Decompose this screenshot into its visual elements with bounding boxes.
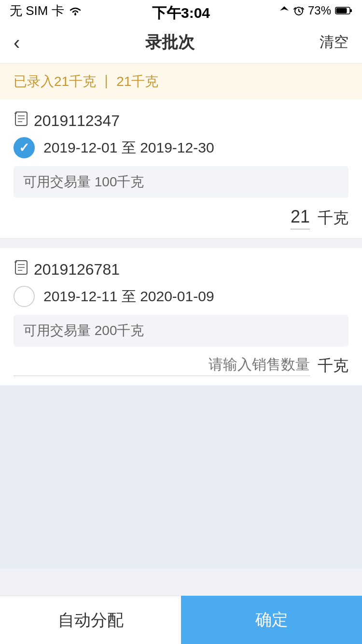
nav-bar: ‹ 录批次 清空 <box>0 21 362 64</box>
wifi-icon <box>68 5 83 16</box>
quantity-row-1: 21 千克 <box>0 198 362 238</box>
batch-id-2: 2019126781 <box>34 261 120 279</box>
svg-point-0 <box>74 14 76 15</box>
batch-date-2: 2019-12-11 至 2020-01-09 <box>43 287 214 307</box>
batch-avail-1: 可用交易量 100千克 <box>14 166 348 198</box>
batch-separator <box>0 238 362 248</box>
input-row-2: 千克 <box>0 347 362 385</box>
bottom-bar: 自动分配 确定 <box>0 596 362 644</box>
batch-item-1: 2019112347 2019-12-01 至 2019-12-30 可用交易量… <box>0 99 362 238</box>
radio-1[interactable] <box>14 137 35 158</box>
status-bar: 无 SIM 卡 下午3:04 73% <box>0 0 362 21</box>
battery-text: 73% <box>308 4 331 17</box>
batch-id-1: 2019112347 <box>34 112 120 130</box>
batch-date-row-1[interactable]: 2019-12-01 至 2019-12-30 <box>14 137 348 158</box>
location-icon <box>279 5 290 16</box>
status-right: 73% <box>279 4 352 17</box>
batch-id-row-2: 2019126781 <box>14 260 348 279</box>
batch-item-2: 2019126781 2019-12-11 至 2020-01-09 可用交易量… <box>0 248 362 385</box>
quantity-unit-1: 千克 <box>318 208 348 229</box>
batch-avail-2: 可用交易量 200千克 <box>14 315 348 347</box>
status-left: 无 SIM 卡 <box>10 2 83 19</box>
quantity-input-2[interactable] <box>14 356 310 376</box>
quantity-value-1: 21 <box>291 207 310 229</box>
batch-date-row-2[interactable]: 2019-12-11 至 2020-01-09 <box>14 286 348 307</box>
batch-icon-1 <box>14 111 29 130</box>
confirm-button[interactable]: 确定 <box>181 596 362 644</box>
recorded-text: 已录入21千克 <box>14 72 96 91</box>
status-time: 下午3:04 <box>152 3 210 23</box>
total-text: 21千克 <box>116 72 158 91</box>
alarm-icon <box>293 5 304 16</box>
info-divider <box>106 75 107 88</box>
batch-id-row-1: 2019112347 <box>14 111 348 130</box>
svg-rect-4 <box>336 8 347 14</box>
input-unit-2: 千克 <box>318 355 348 377</box>
svg-rect-3 <box>350 9 352 12</box>
batch-date-1: 2019-12-01 至 2019-12-30 <box>43 138 214 158</box>
no-sim-text: 无 SIM 卡 <box>10 2 64 19</box>
batch-icon-2 <box>14 260 29 279</box>
back-button[interactable]: ‹ <box>14 33 20 52</box>
page-title: 录批次 <box>145 31 195 54</box>
radio-2[interactable] <box>14 286 35 307</box>
auto-distribute-button[interactable]: 自动分配 <box>0 596 181 644</box>
gray-area <box>0 385 362 569</box>
battery-icon <box>335 6 352 15</box>
info-bar: 已录入21千克 21千克 <box>0 64 362 99</box>
clear-button[interactable]: 清空 <box>320 32 348 52</box>
